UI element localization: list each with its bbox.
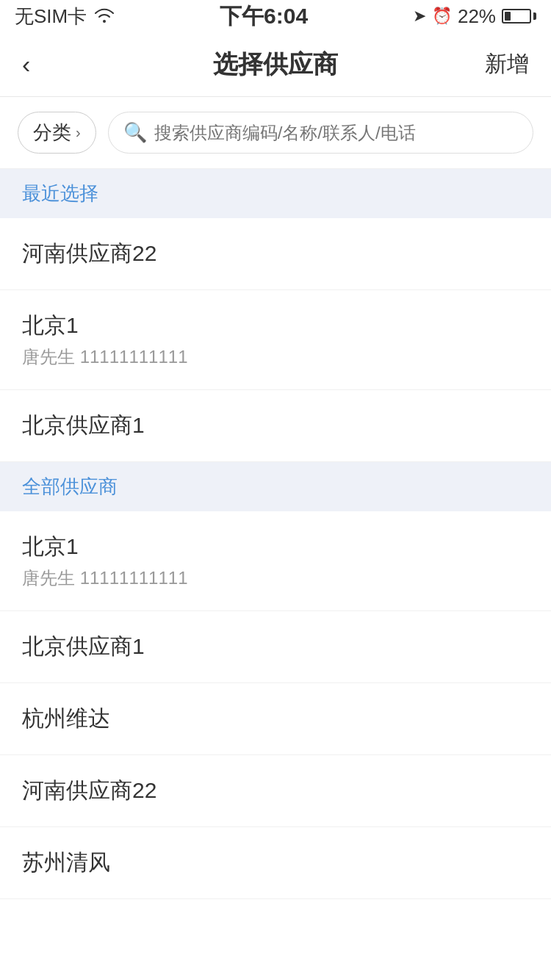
category-label: 分类 <box>33 120 71 145</box>
all-section-header: 全部供应商 <box>0 462 551 511</box>
nav-bar: ‹ 选择供应商 新增 <box>0 32 551 97</box>
item-name: 北京1 <box>22 311 529 341</box>
search-icon: 🔍 <box>123 121 147 144</box>
search-box[interactable]: 🔍 <box>108 112 533 154</box>
item-name: 苏州清风 <box>22 848 529 878</box>
list-item[interactable]: 河南供应商22 <box>0 755 551 827</box>
item-name: 杭州维达 <box>22 704 529 734</box>
item-name: 河南供应商22 <box>22 239 529 269</box>
status-time: 下午6:04 <box>220 1 308 32</box>
item-sub: 唐先生 11111111111 <box>22 566 529 590</box>
recent-list: 河南供应商22北京1唐先生 11111111111北京供应商1 <box>0 218 551 462</box>
list-item[interactable]: 苏州清风 <box>0 827 551 899</box>
wifi-icon <box>94 5 115 28</box>
item-name: 河南供应商22 <box>22 776 529 806</box>
battery-icon <box>502 9 536 24</box>
back-button[interactable]: ‹ <box>22 50 66 79</box>
recent-section-header: 最近选择 <box>0 169 551 218</box>
list-item[interactable]: 北京供应商1 <box>0 611 551 683</box>
alarm-icon: ⏰ <box>432 7 452 26</box>
list-item[interactable]: 杭州维达 <box>0 683 551 755</box>
item-name: 北京供应商1 <box>22 632 529 662</box>
recent-section-label: 最近选择 <box>22 182 98 204</box>
status-right: ➤ ⏰ 22% <box>413 5 536 28</box>
list-item[interactable]: 北京供应商1 <box>0 390 551 462</box>
add-button[interactable]: 新增 <box>485 49 529 79</box>
location-icon: ➤ <box>413 7 426 26</box>
status-bar: 无SIM卡 下午6:04 ➤ ⏰ 22% <box>0 0 551 32</box>
carrier-label: 无SIM卡 <box>15 4 87 29</box>
all-section-label: 全部供应商 <box>22 475 118 497</box>
item-sub: 唐先生 11111111111 <box>22 345 529 369</box>
item-name: 北京1 <box>22 532 529 562</box>
list-item[interactable]: 北京1唐先生 11111111111 <box>0 290 551 390</box>
item-name: 北京供应商1 <box>22 411 529 441</box>
battery-percent: 22% <box>458 5 496 28</box>
status-left: 无SIM卡 <box>15 4 115 29</box>
search-input[interactable] <box>154 123 518 143</box>
chevron-right-icon: › <box>76 124 81 141</box>
list-item[interactable]: 北京1唐先生 11111111111 <box>0 511 551 611</box>
list-item[interactable]: 河南供应商22 <box>0 218 551 290</box>
all-list: 北京1唐先生 11111111111北京供应商1杭州维达河南供应商22苏州清风 <box>0 511 551 899</box>
category-button[interactable]: 分类 › <box>18 112 96 154</box>
page-title: 选择供应商 <box>213 48 338 82</box>
filter-bar: 分类 › 🔍 <box>0 97 551 169</box>
